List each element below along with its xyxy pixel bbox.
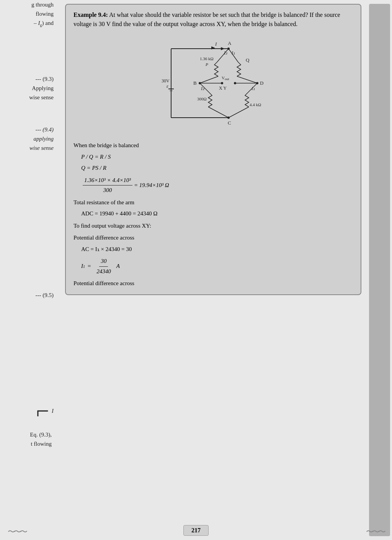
sidebar-eq-93: --- (9.3) bbox=[4, 74, 54, 84]
svg-text:I₂: I₂ bbox=[201, 86, 205, 91]
sidebar-eq-95: --- (9.5) bbox=[36, 291, 54, 300]
q-denominator: 300 bbox=[102, 185, 114, 195]
sidebar-t-flowing: t flowing bbox=[30, 439, 52, 448]
pq-rs-equation: P / Q = R / S bbox=[74, 152, 353, 162]
total-resistance-label: Total resistance of the arm bbox=[74, 198, 353, 208]
potential-diff-label-1: Potential difference across bbox=[74, 233, 353, 243]
equals-sign: = bbox=[87, 261, 91, 271]
example-text: At what value should the variable resist… bbox=[74, 11, 340, 27]
output-voltage-label: To find output voltage across XY: bbox=[74, 221, 353, 231]
q-numerator: 1.36×10³ × 4.4×10³ bbox=[83, 176, 132, 186]
svg-line-27 bbox=[208, 107, 229, 118]
svg-point-37 bbox=[234, 82, 236, 84]
right-sidebar bbox=[369, 4, 390, 536]
q-result: = 19.94×10³ Ω bbox=[134, 181, 169, 190]
sidebar-eq-ref: Eq. (9.3), bbox=[30, 430, 52, 439]
sidebar-line-3: – Ig) and bbox=[4, 18, 54, 28]
svg-text:D: D bbox=[260, 80, 263, 86]
svg-text:out: out bbox=[225, 77, 229, 81]
svg-line-23 bbox=[237, 76, 257, 83]
i1-fraction: 30 24340 bbox=[95, 256, 113, 276]
example-box: Example 9.4: At what value should the va… bbox=[65, 4, 361, 295]
page-wrapper: g through flowing – Ig) and --- (9.3) Ap… bbox=[0, 0, 392, 540]
sidebar-applying-2: applying bbox=[4, 134, 54, 143]
svg-text:I₁: I₁ bbox=[251, 86, 255, 91]
i1-numerator: 30 bbox=[99, 256, 108, 267]
q-ps-r-equation: Q = PS / R bbox=[74, 163, 353, 173]
sidebar-mid: --- (9.3) Applying wise sense bbox=[4, 74, 56, 102]
sidebar-line-1: g through bbox=[4, 0, 54, 9]
i1-denominator: 24340 bbox=[95, 267, 113, 277]
sidebar-wise-1: wise sense bbox=[4, 93, 54, 102]
svg-text:I: I bbox=[215, 41, 217, 47]
circuit-diagram: I 30V ε A B C bbox=[140, 33, 286, 137]
svg-text:A: A bbox=[228, 40, 232, 46]
ac-equation: AC = I₁ × 24340 = 30 bbox=[74, 245, 353, 254]
adc-equation: ADC = 19940 + 4400 = 24340 Ω bbox=[74, 209, 353, 219]
sidebar-eq-94: --- (9.4) bbox=[4, 125, 54, 134]
bracket-left-symbol: ⌐ bbox=[35, 399, 51, 422]
bridge-balanced-label: When the bridge is balanced bbox=[74, 141, 353, 151]
i1-fraction-equation: I1 = 30 24340 A bbox=[81, 256, 353, 276]
svg-text:V: V bbox=[222, 76, 225, 80]
i1-subscript: 1 bbox=[83, 263, 85, 270]
svg-text:P: P bbox=[205, 62, 208, 67]
svg-text:1.36 kΩ: 1.36 kΩ bbox=[200, 56, 214, 61]
sidebar-line-2: flowing bbox=[4, 9, 54, 18]
svg-text:4.4 kΩ: 4.4 kΩ bbox=[250, 102, 261, 107]
wave-decoration-left: 〜〜〜 bbox=[8, 527, 26, 537]
circuit-diagram-container: I 30V ε A B C bbox=[74, 33, 353, 137]
sidebar-bottom: --- (9.5) ⌐ I Eq. (9.3), t flowing bbox=[4, 291, 56, 448]
svg-text:Q: Q bbox=[246, 57, 250, 63]
q-fraction-equation: 1.36×10³ × 4.4×10³ 300 = 19.94×10³ Ω bbox=[81, 176, 353, 195]
bracket-with-I: ⌐ I bbox=[35, 399, 54, 422]
i1-unit: A bbox=[116, 261, 120, 271]
svg-text:300Ω: 300Ω bbox=[197, 97, 207, 101]
sidebar-wise-2: wise sense bbox=[4, 143, 54, 153]
svg-text:B: B bbox=[193, 80, 197, 86]
left-sidebar: g through flowing – Ig) and --- (9.3) Ap… bbox=[0, 0, 59, 540]
svg-line-31 bbox=[229, 107, 249, 118]
page-number-bar: 〜〜〜 217 〜〜〜 bbox=[0, 521, 392, 540]
svg-line-18 bbox=[200, 76, 218, 83]
adc-text: ADC = 19940 + 4400 = 24340 Ω bbox=[81, 209, 157, 219]
q-fraction: 1.36×10³ × 4.4×10³ 300 bbox=[83, 176, 132, 195]
svg-point-36 bbox=[221, 82, 223, 84]
solution-text: When the bridge is balanced P / Q = R / … bbox=[74, 141, 353, 289]
sidebar-bracket-section: ⌐ I bbox=[35, 399, 54, 422]
svg-marker-4 bbox=[221, 47, 225, 50]
sidebar-top: g through flowing – Ig) and bbox=[4, 0, 56, 28]
svg-text:I₂: I₂ bbox=[224, 50, 228, 56]
sidebar-applying: Applying bbox=[4, 84, 54, 93]
svg-text:X  Y: X Y bbox=[219, 85, 227, 91]
q-ps-r-text: Q = PS / R bbox=[81, 163, 106, 173]
page-number: 217 bbox=[191, 527, 201, 533]
svg-text:C: C bbox=[228, 120, 231, 126]
sidebar-eqs: --- (9.4) applying wise sense bbox=[4, 125, 56, 153]
pq-rs-text: P / Q = R / S bbox=[81, 152, 111, 162]
page-number-box: 217 bbox=[183, 525, 209, 536]
ac-text: AC = I₁ × 24340 = 30 bbox=[81, 245, 132, 254]
svg-text:I₁: I₁ bbox=[231, 50, 235, 56]
wave-decoration-right: 〜〜〜 bbox=[366, 527, 384, 537]
potential-diff-label-2: Potential difference across bbox=[74, 279, 353, 289]
example-title: Example 9.4: At what value should the va… bbox=[74, 10, 353, 29]
current-I-label: I bbox=[52, 406, 54, 415]
svg-text:ε: ε bbox=[167, 84, 168, 89]
svg-text:30V: 30V bbox=[162, 78, 170, 84]
example-label: Example 9.4: bbox=[74, 11, 108, 18]
main-content: Example 9.4: At what value should the va… bbox=[59, 0, 367, 540]
sidebar-final: Eq. (9.3), t flowing bbox=[30, 430, 54, 448]
